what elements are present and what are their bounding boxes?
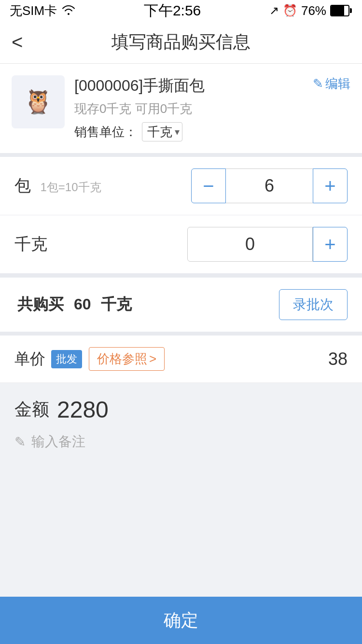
price-type-tag: 批发 [51, 350, 82, 368]
product-name: [0000006]手撕面包 [74, 75, 303, 97]
price-ref-label: 价格参照 [97, 350, 147, 367]
remark-row[interactable]: ✎ 输入备注 [14, 433, 348, 451]
product-logo-icon: 🦉 [24, 88, 53, 115]
edit-icon: ✎ [313, 76, 323, 91]
pack-hint: 1包=10千克 [40, 181, 101, 194]
total-text: 共购买 60 千克 [14, 294, 135, 315]
status-time: 下午2:56 [144, 1, 201, 21]
nav-bar: < 填写商品购买信息 [0, 21, 362, 64]
pack-label: 包 1包=10千克 [14, 175, 191, 197]
pack-increment-button[interactable]: + [313, 168, 348, 203]
unit-label: 销售单位： [74, 124, 137, 140]
amount-value: 2280 [57, 396, 109, 423]
bottom-space [0, 461, 362, 615]
status-bar: 无SIM卡 下午2:56 ↗ ⏰ 76% [0, 0, 362, 21]
battery-percent: 76% [301, 3, 326, 18]
location-icon: ↗ [269, 4, 279, 17]
amount-label: 金额 [14, 398, 49, 421]
quantity-row-kg: 千克 + [0, 215, 362, 274]
kg-quantity-input[interactable] [187, 227, 313, 262]
price-ref-arrow-icon: > [149, 351, 156, 366]
wifi-icon [62, 3, 75, 18]
batch-button[interactable]: 录批次 [279, 289, 348, 320]
product-thumbnail: 🦉 [12, 75, 65, 128]
price-value: 38 [328, 349, 348, 369]
product-unit-row: 销售单位： 千克 包 [74, 122, 303, 141]
edit-button[interactable]: ✎ 编辑 [313, 75, 350, 92]
product-card: 🦉 [0000006]手撕面包 现存0千克 可用0千克 销售单位： 千克 包 ✎… [0, 64, 362, 157]
quantity-section: 包 1包=10千克 − + 千克 + [0, 157, 362, 274]
kg-increment-button[interactable]: + [313, 227, 348, 262]
price-section: 单价 批发 价格参照 > 38 [0, 332, 362, 383]
price-ref-button[interactable]: 价格参照 > [89, 347, 165, 371]
pack-quantity-input[interactable] [226, 168, 313, 203]
kg-quantity-controls: + [187, 227, 348, 262]
status-right: ↗ ⏰ 76% [269, 3, 352, 18]
back-button[interactable]: < [12, 31, 23, 53]
page-title: 填写商品购买信息 [111, 30, 251, 54]
unit-select-wrap[interactable]: 千克 包 [142, 122, 182, 141]
alarm-icon: ⏰ [283, 4, 297, 17]
status-left: 无SIM卡 [10, 2, 75, 19]
pencil-icon: ✎ [14, 434, 26, 450]
amount-section: 金额 2280 ✎ 输入备注 [0, 383, 362, 461]
pack-quantity-controls: − + [191, 168, 348, 203]
product-stock: 现存0千克 可用0千克 [74, 100, 303, 117]
confirm-bar[interactable]: 确定 [0, 597, 362, 644]
price-label: 单价 [14, 349, 45, 370]
unit-select[interactable]: 千克 包 [142, 122, 182, 141]
quantity-row-pack: 包 1包=10千克 − + [0, 157, 362, 215]
confirm-button[interactable]: 确定 [164, 609, 198, 632]
product-info: [0000006]手撕面包 现存0千克 可用0千克 销售单位： 千克 包 [74, 75, 303, 141]
remark-input[interactable]: 输入备注 [31, 433, 85, 451]
pack-decrement-button[interactable]: − [191, 168, 226, 203]
total-section: 共购买 60 千克 录批次 [0, 274, 362, 332]
kg-label: 千克 [14, 233, 187, 255]
carrier-label: 无SIM卡 [10, 2, 57, 19]
battery-icon [330, 5, 352, 16]
edit-label: 编辑 [325, 75, 350, 92]
amount-row: 金额 2280 [14, 396, 348, 423]
